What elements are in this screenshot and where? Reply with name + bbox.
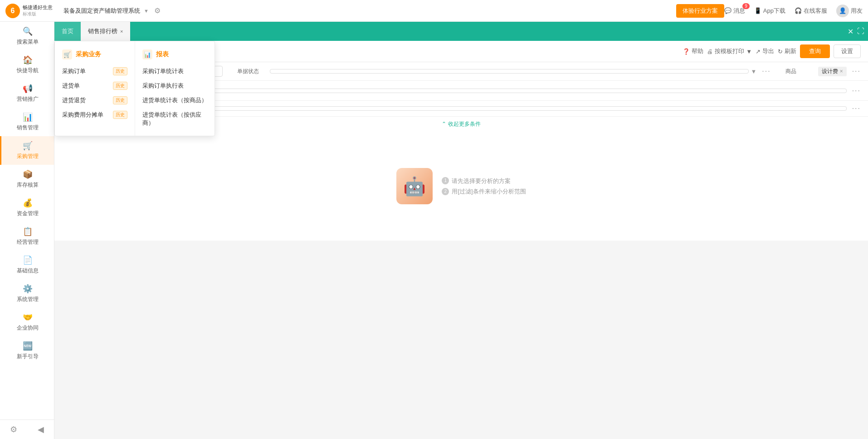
tab-maximize-icon[interactable]: ⛶	[857, 27, 864, 35]
history-badge-3: 历史	[113, 111, 127, 119]
funds-icon: 💰	[23, 198, 33, 208]
logo-area: 6 畅捷通好生意 标准版	[5, 4, 60, 18]
inventory-icon: 📦	[23, 169, 33, 179]
tab-home[interactable]: 首页	[54, 22, 81, 41]
message-button[interactable]: 💬 消息 9	[724, 7, 745, 15]
dropdown-purchase-order[interactable]: 采购订单 历史	[55, 64, 135, 79]
report-col: 📊 报表 采购订单统计表 采购订单执行表 进货单统计表（按商品） 进货单统计表（…	[135, 41, 215, 136]
operations-icon: 📋	[23, 227, 33, 237]
phone-icon: 📱	[754, 7, 761, 14]
print-btn[interactable]: 🖨 按模板打印 ▼	[707, 47, 752, 55]
empty-robot-icon: 🤖	[396, 168, 433, 204]
empty-tip-2: 2 用[过滤]条件来缩小分析范围	[442, 186, 526, 197]
tab-sales-rank[interactable]: 销售排行榜 ×	[81, 22, 130, 41]
refresh-icon: ↻	[778, 48, 783, 55]
headset-icon: 🎧	[795, 7, 802, 14]
online-service-button[interactable]: 🎧 在线客服	[795, 7, 827, 15]
tip-num-1: 1	[442, 177, 449, 184]
status-select-area: ▼	[270, 68, 757, 75]
print-icon: 🖨	[707, 48, 713, 55]
user-button[interactable]: 👤 用友	[836, 5, 863, 17]
empty-content: 🤖 1 请先选择要分析的方案 2 用[过滤]条件来缩小分析范围	[396, 168, 526, 204]
guide-icon: 🆕	[23, 341, 33, 351]
salesman-more-dots[interactable]: ···	[852, 87, 861, 95]
purchase-col: 🛒 采购业务 采购订单 历史 进货单 历史 进货退货 历史 采购费用分摊单 历史	[55, 41, 135, 136]
top-right-area: 💬 消息 9 📱 App下载 🎧 在线客服 👤 用友	[724, 5, 863, 17]
sidebar-item-purchase[interactable]: 🛒 采购管理	[0, 136, 54, 165]
tip-num-2: 2	[442, 188, 449, 195]
goods-more-dots[interactable]: ···	[852, 67, 861, 75]
sidebar-item-inventory[interactable]: 📦 库存核算	[0, 165, 54, 193]
title-arrow: ▼	[144, 8, 149, 14]
sidebar-collapse-btn[interactable]: ◀	[38, 424, 44, 434]
sidebar-item-search[interactable]: 🔍 搜索菜单	[0, 22, 54, 50]
status-more-dots[interactable]: ···	[762, 67, 770, 75]
sidebar-item-quick-nav[interactable]: 🏠 快捷导航	[0, 50, 54, 79]
enterprise-icon: 🤝	[23, 312, 33, 322]
query-button[interactable]: 查询	[800, 44, 830, 58]
goods-label: 商品	[785, 68, 813, 75]
history-badge-1: 历史	[113, 82, 127, 90]
help-btn[interactable]: ❓ 帮助	[683, 47, 703, 55]
sidebar-item-system[interactable]: ⚙️ 系统管理	[0, 279, 54, 308]
marketing-icon: 📢	[23, 84, 33, 94]
dropdown-report-3[interactable]: 进货单统计表（按供应商）	[135, 108, 215, 130]
sidebar: 🔍 搜索菜单 🏠 快捷导航 📢 营销推广 📊 销售管理 🛒 采购管理 📦 库存核…	[0, 22, 54, 439]
avatar: 👤	[836, 5, 849, 17]
sidebar-item-marketing[interactable]: 📢 营销推广	[0, 79, 54, 108]
report-col-header: 📊 报表	[135, 47, 215, 64]
empty-state: 🤖 1 请先选择要分析的方案 2 用[过滤]条件来缩小分析范围	[54, 132, 868, 241]
message-icon: 💬	[724, 7, 731, 14]
tab-close-icon[interactable]: ×	[120, 29, 123, 34]
message-badge: 9	[742, 3, 750, 9]
dropdown-purchase-instock[interactable]: 进货单 历史	[55, 79, 135, 93]
purchase-icon: 🛒	[23, 141, 33, 151]
sales-icon: 📊	[23, 112, 33, 122]
status-label: 单据状态	[237, 68, 264, 75]
salesman-input[interactable]	[205, 89, 847, 93]
history-badge-0: 历史	[113, 67, 127, 75]
customer-more-dots[interactable]: ···	[852, 104, 861, 113]
purchase-col-header: 🛒 采购业务	[55, 47, 135, 64]
status-select[interactable]	[270, 69, 749, 74]
sidebar-settings-btn[interactable]: ⚙	[10, 424, 17, 434]
history-badge-2: 历史	[113, 96, 127, 104]
report-col-icon: 📊	[142, 49, 152, 59]
dropdown-report-2[interactable]: 进货单统计表（按商品）	[135, 93, 215, 108]
purchase-col-icon: 🛒	[62, 49, 72, 59]
empty-tip-1: 1 请先选择要分析的方案	[442, 176, 526, 186]
trial-button[interactable]: 体验行业方案	[676, 4, 724, 18]
goods-tag: 设计费 ×	[818, 67, 847, 76]
dropdown-report-0[interactable]: 采购订单统计表	[135, 64, 215, 79]
logo-text-area: 畅捷通好生意 标准版	[23, 4, 53, 17]
sidebar-item-funds[interactable]: 💰 资金管理	[0, 193, 54, 222]
search-icon: 🔍	[23, 26, 33, 36]
goods-tag-remove[interactable]: ×	[840, 68, 843, 74]
app-logo: 6	[5, 4, 20, 18]
logo-line2: 标准版	[23, 11, 53, 17]
settings-button[interactable]: 设置	[834, 44, 861, 58]
sidebar-item-enterprise[interactable]: 🤝 企业协同	[0, 308, 54, 336]
app-download-button[interactable]: 📱 App下载	[754, 7, 785, 15]
export-btn[interactable]: ↗ 导出	[756, 47, 774, 55]
tab-close-window-icon[interactable]: ✕	[848, 27, 853, 36]
dropdown-purchase-expense[interactable]: 采购费用分摊单 历史	[55, 108, 135, 122]
tab-bar: 首页 销售排行榜 × ✕ ⛶	[54, 22, 868, 41]
system-settings-icon[interactable]: ⚙	[154, 6, 161, 15]
sidebar-item-guide[interactable]: 🆕 新手引导	[0, 336, 54, 365]
help-icon: ❓	[683, 48, 690, 55]
refresh-btn[interactable]: ↻ 刷新	[778, 47, 796, 55]
logo-line1: 畅捷通好生意	[23, 4, 53, 10]
export-icon: ↗	[756, 48, 761, 55]
tab-bar-right: ✕ ⛶	[848, 27, 868, 36]
home-icon: 🏠	[23, 55, 33, 65]
empty-tips: 1 请先选择要分析的方案 2 用[过滤]条件来缩小分析范围	[442, 176, 526, 197]
dropdown-report-1[interactable]: 采购订单执行表	[135, 79, 215, 93]
print-dropdown-icon: ▼	[746, 48, 752, 55]
system-title: 装备及固定资产辅助管理系统 ▼ ⚙	[63, 6, 671, 15]
sidebar-item-sales[interactable]: 📊 销售管理	[0, 108, 54, 136]
sidebar-item-operations[interactable]: 📋 经营管理	[0, 222, 54, 251]
sidebar-item-basic-info[interactable]: 📄 基础信息	[0, 251, 54, 279]
basic-info-icon: 📄	[23, 255, 33, 265]
dropdown-purchase-return[interactable]: 进货退货 历史	[55, 93, 135, 108]
